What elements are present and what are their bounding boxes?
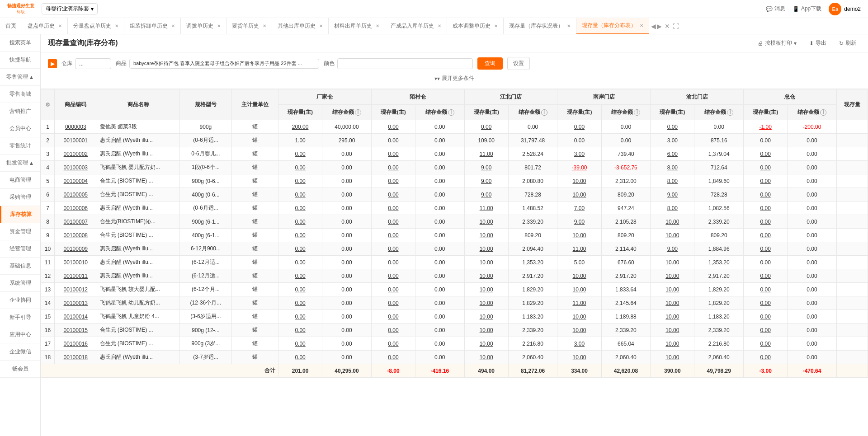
tab-close-all-btn[interactable]: ✕: [665, 23, 670, 30]
sidebar-item-search[interactable]: 搜索英单: [0, 34, 40, 52]
row-t-qty: 0.00: [744, 215, 788, 229]
product-input[interactable]: [129, 59, 319, 69]
tab-close-7[interactable]: ✕: [376, 23, 379, 28]
info-icon-6[interactable]: i: [820, 109, 826, 116]
tab-prev-btn[interactable]: ◀: [651, 23, 656, 30]
tab-close-2[interactable]: ✕: [115, 23, 118, 28]
row-c5-amt: 1,082.56: [694, 202, 744, 215]
tab-3[interactable]: 组装拆卸单历史 ✕: [124, 18, 181, 34]
th-total: 总仓: [744, 89, 837, 105]
tab-close-5[interactable]: ✕: [263, 23, 266, 28]
info-icon-4[interactable]: i: [634, 109, 640, 116]
avatar-text: Ea: [832, 6, 838, 12]
row-c1-qty: 0.00: [278, 256, 322, 269]
tab-fullscreen-btn[interactable]: ⛶: [673, 23, 679, 30]
refresh-btn[interactable]: ↻ 刷新: [835, 38, 861, 49]
sidebar-item-member[interactable]: 会员中心: [0, 120, 40, 137]
row-c3-amt: 801.72: [508, 161, 557, 174]
row-c2-amt: 0.00: [415, 269, 465, 283]
sidebar-item-inventory[interactable]: 库存核算: [0, 206, 40, 223]
tab-close-1[interactable]: ✕: [58, 23, 62, 28]
sidebar-item-enterprise[interactable]: 企业协同: [0, 292, 40, 309]
tab-7[interactable]: 材料出库单历史 ✕: [329, 18, 385, 34]
sidebar-item-wechat[interactable]: 企业微信: [0, 343, 40, 361]
sidebar-item-marketing[interactable]: 营销推广: [0, 103, 40, 120]
sidebar-item-retail-mgmt[interactable]: 零售管理 ▲: [0, 69, 40, 86]
filter-bar: ▶ 仓库 商品 颜色: [41, 52, 868, 89]
row-t-qty: 0.00: [744, 256, 788, 269]
row-name: 惠氏启醒 (Wyeth illu...: [97, 351, 179, 364]
app-download-btn[interactable]: 📱 App下载: [793, 5, 821, 13]
row-c3-amt: 2,216.80: [508, 337, 557, 351]
expand-conditions-btn[interactable]: ▾▾ 展开更多条件: [434, 73, 474, 84]
tab-home[interactable]: 首页: [0, 18, 22, 34]
sidebar-item-member2[interactable]: 畅会员: [0, 361, 40, 378]
row-c2-qty: 0.00: [371, 269, 415, 283]
row-t-qty: 0.00: [744, 188, 788, 202]
tab-close-8[interactable]: ✕: [438, 23, 441, 28]
tab-9[interactable]: 成本调整单历史 ✕: [447, 18, 504, 34]
tab-close-3[interactable]: ✕: [171, 23, 175, 28]
row-c2-amt: 0.00: [415, 256, 465, 269]
export-btn[interactable]: ⬇ 导出: [805, 38, 831, 49]
summary-c2-qty: -8.00: [371, 364, 415, 378]
sidebar-item-guide[interactable]: 新手引导: [0, 309, 40, 326]
row-c3-qty: 9.00: [464, 188, 508, 202]
row-spec: (6-12个月...: [179, 283, 231, 296]
tab-6[interactable]: 其他出库单历史 ✕: [272, 18, 329, 34]
message-btn[interactable]: 💬 消息: [766, 5, 785, 13]
tab-close-4[interactable]: ✕: [217, 23, 221, 28]
sidebar-item-retail-stats[interactable]: 零售统计: [0, 137, 40, 155]
tab-next-btn[interactable]: ▶: [657, 23, 662, 30]
row-code: 00100002: [55, 147, 97, 161]
filter-toggle-btn[interactable]: ▶: [48, 59, 57, 68]
user-profile[interactable]: Ea demo2: [829, 3, 861, 15]
row-unit: 罐: [232, 215, 278, 229]
tab-close-6[interactable]: ✕: [319, 23, 323, 28]
sidebar-item-app-center[interactable]: 应用中心: [0, 326, 40, 343]
tab-close-9[interactable]: ✕: [494, 23, 498, 28]
th-c1-amt: 结存金额i: [322, 105, 372, 120]
company-selector[interactable]: 母婴行业演示陈套 ▾: [42, 3, 98, 14]
color-input[interactable]: [337, 58, 473, 69]
sidebar-item-finance[interactable]: 资金管理: [0, 223, 40, 240]
warehouse-input[interactable]: [75, 58, 111, 69]
print-btn[interactable]: 🖨 按模板打印 ▾: [753, 38, 801, 49]
row-c5-qty: 3.00: [651, 134, 694, 147]
row-code: 00100007: [55, 215, 97, 229]
info-icon-2[interactable]: i: [448, 109, 454, 116]
row-c3-amt: 2,339.20: [508, 215, 557, 229]
row-code: 00100018: [55, 351, 97, 364]
tab-close-11[interactable]: ✕: [640, 23, 643, 28]
th-t-amt: 结存金额i: [788, 105, 837, 120]
row-c3-qty: 10.00: [464, 269, 508, 283]
row-c3-qty: 10.00: [464, 242, 508, 256]
row-cur-qty: [836, 161, 868, 174]
table-row: 1 0000003 爱他美 卤菜3段 900g 罐 200.00 40,000.…: [41, 120, 868, 134]
tab-5[interactable]: 要货单历史 ✕: [226, 18, 272, 34]
th-gear[interactable]: ⚙: [41, 89, 55, 120]
info-icon-5[interactable]: i: [727, 109, 733, 116]
info-icon-1[interactable]: i: [355, 109, 361, 116]
settings-btn[interactable]: 设置: [507, 57, 530, 70]
row-c3-qty: 9.00: [464, 161, 508, 174]
sidebar-item-nav[interactable]: 快捷导航: [0, 52, 40, 69]
tab-2[interactable]: 分量盘点单历史 ✕: [68, 18, 124, 34]
info-icon-3[interactable]: i: [541, 109, 547, 116]
tab-11[interactable]: 现存量（库存分布表） ✕: [576, 18, 649, 34]
tab-4[interactable]: 调拨单历史 ✕: [181, 18, 226, 34]
sidebar-item-basic-info[interactable]: 基础信息: [0, 258, 40, 275]
sidebar-item-sys-mgmt[interactable]: 系统管理: [0, 275, 40, 292]
sidebar-item-operations[interactable]: 经营管理: [0, 240, 40, 258]
sidebar-item-wholesale[interactable]: 批发管理 ▲: [0, 155, 40, 172]
sidebar-item-retail-mall[interactable]: 零售商城: [0, 86, 40, 103]
tab-8[interactable]: 产成品入库单历史 ✕: [385, 18, 447, 34]
gear-icon[interactable]: ⚙: [45, 102, 50, 108]
tab-close-10[interactable]: ✕: [567, 23, 571, 28]
sidebar-item-ecommerce[interactable]: 电商管理: [0, 172, 40, 189]
query-btn[interactable]: 查询: [477, 57, 503, 70]
tab-10[interactable]: 现存量（库存状况表） ✕: [504, 18, 576, 34]
table-body: 1 0000003 爱他美 卤菜3段 900g 罐 200.00 40,000.…: [41, 120, 868, 364]
sidebar-item-purchase[interactable]: 采购管理: [0, 189, 40, 206]
tab-1[interactable]: 盘点单历史 ✕: [22, 18, 68, 34]
